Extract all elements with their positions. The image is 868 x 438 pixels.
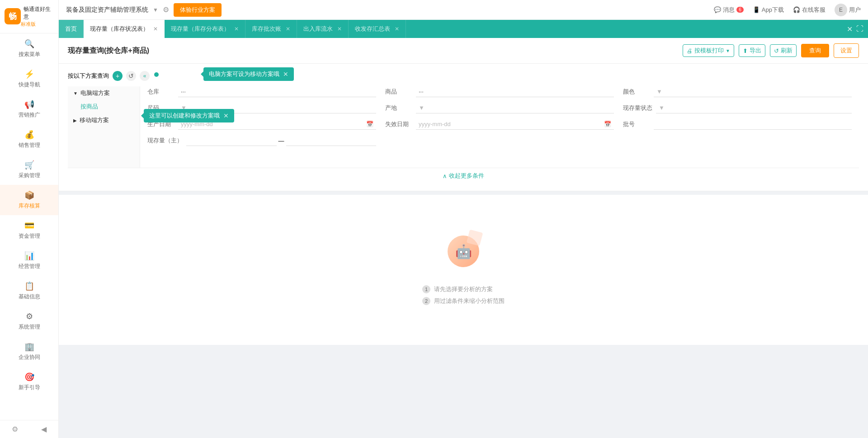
sidebar-item-system-label: 系统管理 <box>19 323 40 331</box>
tab-fullscreen-btn[interactable]: ⛶ <box>856 25 863 33</box>
sidebar-item-inventory[interactable]: 📦 库存核算 <box>0 185 58 215</box>
sidebar-item-marketing[interactable]: 📢 营销推广 <box>0 94 58 124</box>
origin-select[interactable]: ▼ <box>416 103 614 113</box>
calendar-icon-prod[interactable]: 📅 <box>366 121 373 127</box>
scheme-group-desktop[interactable]: ▼ 电脑端方案 <box>68 86 140 100</box>
refresh-button[interactable]: ↺ 刷新 <box>770 44 797 57</box>
sidebar-item-guide[interactable]: 🎯 新手引导 <box>0 367 58 397</box>
topbar-dropdown-arrow[interactable]: ▼ <box>153 7 158 13</box>
quick-nav-icon: ⚡ <box>24 69 34 79</box>
sidebar-item-operations[interactable]: 📊 经营管理 <box>0 245 58 276</box>
filter-form-area: 仓库 ··· 商品 ··· 颜色 ▼ <box>140 86 859 168</box>
tab-in-out-flow[interactable]: 出入库流水 ✕ <box>297 20 349 38</box>
warehouse-select[interactable]: ··· <box>178 86 376 97</box>
stock-main-max[interactable] <box>286 135 377 146</box>
topbar: 装备及固定资产辅助管理系统 ▼ ⚙ 体验行业方案 💬 消息 6 📱 App下载 … <box>59 0 868 20</box>
tooltip1-text: 电脑方案可设为移动方案哦 <box>209 70 279 78</box>
stock-status-label: 现存量状态 <box>623 104 652 112</box>
expire-date-placeholder: yyyy-mm-dd <box>419 121 451 127</box>
step-num-1: 1 <box>422 285 430 293</box>
search-button[interactable]: 查询 <box>801 44 829 57</box>
sidebar-item-search[interactable]: 🔍 搜索菜单 <box>0 33 58 64</box>
sidebar-item-sales[interactable]: 💰 销售管理 <box>0 124 58 155</box>
warehouse-dots: ··· <box>181 88 186 95</box>
scheme-group-mobile[interactable]: ▶ 移动端方案 <box>68 113 140 127</box>
filter-refresh-btn[interactable]: ↺ <box>126 71 136 81</box>
sidebar-item-system[interactable]: ⚙ 系统管理 <box>0 306 58 336</box>
message-button[interactable]: 💬 消息 6 <box>714 6 744 14</box>
user-menu[interactable]: E 用户 <box>835 4 861 16</box>
batch-input[interactable] <box>654 119 852 130</box>
tab-inventory-dist[interactable]: 现存量（库存分布表） ✕ <box>165 20 245 38</box>
color-select[interactable]: ▼ <box>654 86 852 97</box>
sidebar-item-finance[interactable]: 💳 资金管理 <box>0 215 58 245</box>
color-label: 颜色 <box>623 88 650 96</box>
system-icon: ⚙ <box>26 311 33 321</box>
sidebar-item-quick-nav[interactable]: ⚡ 快捷导航 <box>0 64 58 94</box>
tab-batch-account-close[interactable]: ✕ <box>286 26 290 32</box>
topbar-settings-icon[interactable]: ⚙ <box>163 5 169 14</box>
tab-receive-summary-close[interactable]: ✕ <box>395 26 399 32</box>
export-label: 导出 <box>750 47 761 55</box>
tab-inventory-dist-label: 现存量（库存分布表） <box>171 25 230 33</box>
tab-home[interactable]: 首页 <box>59 20 84 38</box>
inventory-icon: 📦 <box>24 190 34 200</box>
topbar-right: 💬 消息 6 📱 App下载 🎧 在线客服 E 用户 <box>714 4 861 16</box>
tab-inventory-dist-close[interactable]: ✕ <box>234 26 239 32</box>
tooltip-create-scheme: 这里可以创建和修改方案哦 ✕ <box>144 109 234 122</box>
tab-inventory-status-close[interactable]: ✕ <box>153 26 158 32</box>
tooltip1-close[interactable]: ✕ <box>283 71 288 78</box>
goods-label: 商品 <box>385 88 412 96</box>
empty-step-2: 2 用过滤条件来缩小分析范围 <box>422 297 505 305</box>
sidebar-item-enterprise-label: 企业协同 <box>19 353 40 361</box>
print-icon: 🖨 <box>687 47 693 54</box>
operations-icon: 📊 <box>24 251 34 261</box>
tab-inventory-status[interactable]: 现存量（库存状况表） ✕ <box>84 20 165 38</box>
tab-home-label: 首页 <box>65 25 77 33</box>
export-button[interactable]: ⬆ 导出 <box>739 44 765 57</box>
phone-icon: 📱 <box>753 6 760 13</box>
sidebar-collapse-btn[interactable]: ◀ <box>41 425 47 433</box>
tab-close-all-btn[interactable]: ✕ <box>847 25 853 33</box>
print-button[interactable]: 🖨 按模板打印 ▼ <box>683 44 734 57</box>
sidebar-item-purchase[interactable]: 🛒 采购管理 <box>0 155 58 185</box>
tooltip2-close[interactable]: ✕ <box>223 112 229 119</box>
chevron-right-icon: ▶ <box>73 118 77 123</box>
goods-select[interactable]: ··· <box>416 86 614 97</box>
tab-in-out-flow-close[interactable]: ✕ <box>337 26 342 32</box>
expire-date-input[interactable]: yyyy-mm-dd 📅 <box>416 119 614 130</box>
calendar-icon-expire[interactable]: 📅 <box>604 121 611 127</box>
step-2-label: 用过滤条件来缩小分析范围 <box>434 297 505 305</box>
print-label: 按模板打印 <box>694 47 724 55</box>
app-download-label: App下载 <box>762 6 784 14</box>
sidebar-settings-btn[interactable]: ⚙ <box>12 425 18 433</box>
tab-receive-summary[interactable]: 收发存汇总表 ✕ <box>349 20 406 38</box>
batch-label: 批号 <box>623 120 650 128</box>
industry-plan-button[interactable]: 体验行业方案 <box>174 3 222 17</box>
step-1-label: 请先选择要分析的方案 <box>434 285 493 293</box>
app-download-button[interactable]: 📱 App下载 <box>753 6 784 14</box>
filter-back-btn[interactable]: « <box>140 71 150 81</box>
sales-icon: 💰 <box>24 130 34 140</box>
chevron-down-color: ▼ <box>656 88 662 95</box>
empty-step-1: 1 请先选择要分析的方案 <box>422 285 505 293</box>
collapse-btn[interactable]: ∧ 收起更多条件 <box>68 168 859 184</box>
chevron-down-icon: ▼ <box>73 91 78 96</box>
sidebar-item-basic-info[interactable]: 📋 基础信息 <box>0 276 58 306</box>
settings-button[interactable]: 设置 <box>834 43 859 58</box>
stock-main-min[interactable] <box>186 135 277 146</box>
sidebar-item-guide-label: 新手引导 <box>19 384 40 391</box>
filter-add-btn[interactable]: + <box>113 71 123 81</box>
sidebar-menu: 🔍 搜索菜单 ⚡ 快捷导航 📢 营销推广 💰 销售管理 🛒 采购管理 📦 库存核… <box>0 33 58 420</box>
refresh-label: 刷新 <box>781 47 793 55</box>
sidebar-item-enterprise[interactable]: 🏢 企业协同 <box>0 336 58 367</box>
online-service-button[interactable]: 🎧 在线客服 <box>793 6 826 14</box>
tab-batch-account[interactable]: 库存批次账 ✕ <box>245 20 297 38</box>
print-dropdown-icon: ▼ <box>726 48 730 53</box>
scheme-item-by-goods[interactable]: 按商品 <box>68 100 140 113</box>
filter-goods-field: 商品 ··· <box>385 86 614 97</box>
stock-main-label: 现存量（主） <box>147 137 183 145</box>
page-actions: 🖨 按模板打印 ▼ ⬆ 导出 ↺ 刷新 查询 设置 <box>683 43 859 58</box>
chevron-up-icon: ∧ <box>443 173 447 179</box>
stock-status-select[interactable]: ▼ <box>656 103 852 113</box>
